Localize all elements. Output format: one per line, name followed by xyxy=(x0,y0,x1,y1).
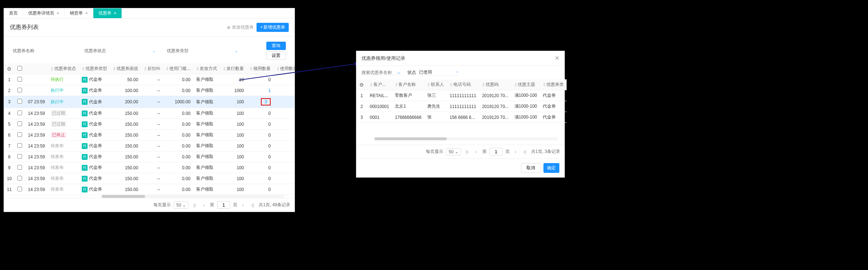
row-checkbox[interactable] xyxy=(17,165,22,170)
modal-search[interactable]: ⌕ xyxy=(361,70,402,75)
tab-销货单[interactable]: 销货单✕ xyxy=(65,8,93,18)
row-checkbox[interactable] xyxy=(17,187,22,191)
per-page-label: 每页显示 xyxy=(153,202,171,208)
column-header[interactable]: ▲▼优惠券类型 xyxy=(79,63,110,74)
last-page-icon[interactable]: ›| xyxy=(521,149,528,155)
title-bar: 优惠券列表 ⊕ 发放优惠券 新增优惠券 xyxy=(4,18,295,37)
query-button[interactable]: 查询 xyxy=(266,42,286,50)
modal-status-select[interactable]: 已使用⌄ xyxy=(419,69,459,76)
column-header[interactable]: ▲▼客户... xyxy=(367,79,392,90)
row-checkbox[interactable] xyxy=(17,77,22,82)
tab-bar: 首页优惠券详情页✕销货单✕优惠券✕ xyxy=(4,8,295,18)
cancel-button[interactable]: 取消 xyxy=(521,163,541,173)
modal-pagination: 每页显示 50 ⌄ |‹ ‹ 第 页 › ›| 共1页, 3条记录 xyxy=(356,145,564,158)
gear-icon[interactable]: ⚙ xyxy=(7,66,12,72)
claim-count-link[interactable]: 3 xyxy=(261,98,271,105)
row-checkbox[interactable] xyxy=(17,99,22,104)
table-row[interactable]: 8 14 23:59 待发布 代代金券 150.00 -- 0.00 客户领取 … xyxy=(4,151,295,162)
modal-horizontal-scrollbar[interactable] xyxy=(374,137,557,140)
modal-page-input[interactable] xyxy=(490,148,503,155)
first-page-icon[interactable]: |‹ xyxy=(191,202,198,208)
next-page-icon[interactable]: › xyxy=(240,202,246,208)
horizontal-scrollbar[interactable] xyxy=(102,195,284,198)
voucher-icon: 代 xyxy=(82,154,88,160)
close-icon[interactable]: ✕ xyxy=(555,55,559,62)
filter-status-select[interactable]: ⌄ xyxy=(108,49,155,53)
column-header[interactable]: ▲▼使用门槛... xyxy=(163,63,193,74)
row-checkbox[interactable] xyxy=(17,143,22,148)
table-row[interactable]: 11 14 23:59 待发布 代代金券 150.00 -- 0.00 客户领取… xyxy=(4,184,295,195)
table-row[interactable]: 2 执行中 代代金券 100.00 -- 0.00 客户领取 1000 1 0 … xyxy=(4,85,295,96)
column-header[interactable]: ▲▼优惠码 xyxy=(479,79,511,90)
table-row[interactable]: 3 07 23:59 执行中 代代金券 200.00 -- 1000.00 客户… xyxy=(4,96,295,108)
column-header[interactable]: ▲▼优惠券状态 xyxy=(48,63,79,74)
table-row[interactable]: 2 00010001 北京1 唐先生 11111111111 2019120 7… xyxy=(356,101,567,112)
row-checkbox[interactable] xyxy=(17,88,22,92)
table-row[interactable]: 1 RETAIL... 零散客户 张三 11111111111 2019120 … xyxy=(356,90,567,101)
column-header[interactable]: ▲▼使用数量 xyxy=(274,63,295,74)
column-header[interactable]: ▲▼领用数量 xyxy=(247,63,274,74)
table-row[interactable]: 3 0001 17666666666 张 156 6666 6... 20191… xyxy=(356,112,567,123)
tab-优惠券详情页[interactable]: 优惠券详情页✕ xyxy=(23,8,65,18)
column-header[interactable]: ▲▼联系人 xyxy=(424,79,447,90)
filter-type-label: 优惠券类型 xyxy=(167,48,189,54)
modal-status-label: 状态 xyxy=(407,70,416,76)
modal-per-page-select[interactable]: 50 ⌄ xyxy=(446,148,461,155)
close-icon[interactable]: ✕ xyxy=(114,11,117,15)
column-header[interactable]: ▲▼电话号码 xyxy=(447,79,479,90)
last-page-icon[interactable]: ›| xyxy=(249,202,256,208)
voucher-icon: 代 xyxy=(82,176,88,182)
prev-page-icon[interactable]: ‹ xyxy=(201,202,207,208)
usage-table: ⚙▲▼客户...▲▼客户名称▲▼联系人▲▼电话号码▲▼优惠码▲▼优惠主题▲▼优惠… xyxy=(356,79,567,123)
column-header[interactable]: ▲▼优惠主题 xyxy=(512,79,540,90)
prev-page-icon[interactable]: ‹ xyxy=(474,149,479,155)
voucher-icon: 代 xyxy=(82,121,88,127)
tab-优惠券[interactable]: 优惠券✕ xyxy=(93,8,122,18)
row-checkbox[interactable] xyxy=(17,176,22,180)
page-summary: 共1页, 49条记录 xyxy=(259,202,290,208)
main-panel: 首页优惠券详情页✕销货单✕优惠券✕ 优惠券列表 ⊕ 发放优惠券 新增优惠券 优惠… xyxy=(4,8,295,212)
table-row[interactable]: 1 待执行 代代金券 50.00 -- 0.00 客户领取 10 0 0 ↗⊞ xyxy=(4,74,295,85)
settings-button[interactable]: 设置 xyxy=(266,51,286,60)
claim-count-link[interactable]: 1 xyxy=(268,88,271,93)
tab-首页[interactable]: 首页 xyxy=(4,8,23,18)
modal-title: 优惠券领用/使用记录 xyxy=(361,55,405,62)
row-checkbox[interactable] xyxy=(17,132,22,137)
filter-type-select[interactable]: ⌄ xyxy=(191,49,238,53)
table-row[interactable]: 5 14 23:59 已过期 代代金券 150.00 -- 0.00 客户领取 … xyxy=(4,119,295,130)
column-header[interactable]: ▲▼折扣% xyxy=(141,63,163,74)
close-icon[interactable]: ✕ xyxy=(85,11,88,15)
filter-bar: 优惠券名称 优惠券状态 ⌄ 优惠券类型 ⌄ 查询 设置 xyxy=(4,37,295,63)
add-coupon-button[interactable]: 新增优惠券 xyxy=(257,23,289,32)
next-page-icon[interactable]: › xyxy=(513,149,518,155)
column-header[interactable]: ▲▼客户名称 xyxy=(392,79,424,90)
row-checkbox[interactable] xyxy=(17,111,22,115)
gear-icon[interactable]: ⚙ xyxy=(359,82,364,88)
filter-name-input[interactable] xyxy=(37,48,73,54)
table-row[interactable]: 9 14 23:59 待发布 代代金券 150.00 -- 0.00 客户领取 … xyxy=(4,162,295,173)
table-row[interactable]: 4 14 23:59 已过期 代代金券 150.00 -- 0.00 客户领取 … xyxy=(4,108,295,119)
distribute-coupon-button[interactable]: ⊕ 发放优惠券 xyxy=(227,24,254,30)
row-checkbox[interactable] xyxy=(17,121,22,126)
status-badge: 已过期 xyxy=(51,121,67,127)
table-row[interactable]: 6 14 23:59 已终止 代代金券 150.00 -- 0.00 客户领取 … xyxy=(4,130,295,141)
row-checkbox[interactable] xyxy=(17,154,22,159)
table-row[interactable]: 10 14 23:59 待发布 代代金券 150.00 -- 0.00 客户领取… xyxy=(4,173,295,184)
voucher-icon: 代 xyxy=(82,165,88,171)
column-header[interactable]: ▲▼优惠券面值 xyxy=(110,63,141,74)
column-header[interactable]: ▲▼发放方式 xyxy=(193,63,220,74)
chevron-down-icon: ⌄ xyxy=(152,49,155,53)
column-header[interactable]: ▲▼发行数量 xyxy=(220,63,247,74)
search-icon[interactable]: ⌕ xyxy=(398,70,400,75)
column-header[interactable]: ▲▼优惠券类 xyxy=(540,79,567,90)
modal-search-input[interactable] xyxy=(361,70,398,75)
page-input[interactable] xyxy=(217,201,230,209)
table-row[interactable]: 7 14 23:59 待发布 代代金券 150.00 -- 0.00 客户领取 … xyxy=(4,141,295,151)
confirm-button[interactable]: 确定 xyxy=(543,163,559,173)
select-all-checkbox[interactable] xyxy=(17,66,22,71)
first-page-icon[interactable]: |‹ xyxy=(464,149,471,155)
voucher-icon: 代 xyxy=(82,77,88,83)
close-icon[interactable]: ✕ xyxy=(56,11,59,15)
filter-status-label: 优惠券状态 xyxy=(84,48,106,54)
per-page-select[interactable]: 50 ⌄ xyxy=(174,202,189,209)
